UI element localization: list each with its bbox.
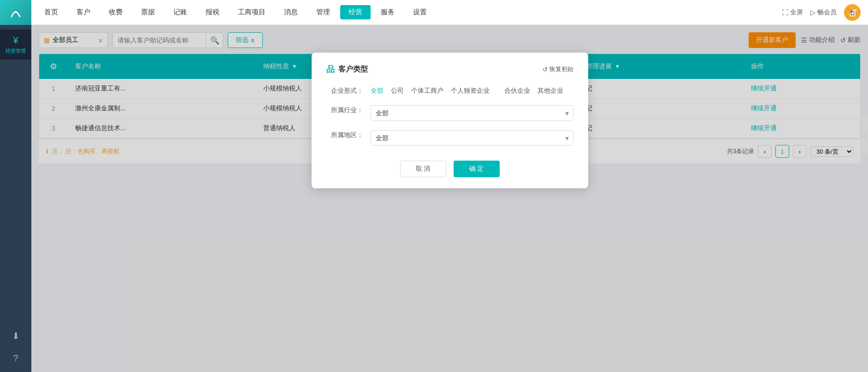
region-form-row: 所属地区： 全部 [326, 130, 573, 146]
nav-items: 首页 客户 收费 票据 记账 报税 工商项目 消息 管理 经营 服务 设置 [31, 5, 782, 19]
industry-select[interactable]: 全部 [371, 105, 573, 121]
vip-icon: ▷ [810, 9, 815, 16]
logo[interactable] [0, 0, 31, 25]
modal-title: 品 客户类型 [326, 64, 368, 75]
enterprise-options: 全部 公司 个体工商户 个人独资企业 合伙企业 其他企业 [371, 86, 573, 96]
nav-manage[interactable]: 管理 [308, 5, 338, 19]
sidebar-bottom: ⬇ ? [6, 327, 25, 367]
modal-footer: 取 消 确 定 [326, 161, 573, 177]
option-individual[interactable]: 个体工商户 [411, 86, 443, 96]
option-sole[interactable]: 个人独资企业 [451, 86, 490, 96]
nav-bill[interactable]: 票据 [133, 5, 163, 19]
option-company[interactable]: 公司 [391, 86, 404, 96]
nav-msg[interactable]: 消息 [276, 5, 306, 19]
industry-select-wrapper: 全部 [371, 105, 573, 121]
confirm-button[interactable]: 确 定 [454, 161, 500, 177]
filter-modal: 品 客户类型 ↺ 恢复初始 企业形式： 全部 公司 个体工商户 个人独资企业 [312, 53, 588, 188]
nav-biz[interactable]: 工商项目 [230, 5, 274, 19]
option-partnership[interactable]: 合伙企业 [504, 86, 530, 96]
nav-customer[interactable]: 客户 [68, 5, 99, 19]
top-nav: 首页 客户 收费 票据 记账 报税 工商项目 消息 管理 经营 服务 设置 ⛶ … [0, 0, 868, 25]
nav-account[interactable]: 记账 [165, 5, 195, 19]
nav-settings[interactable]: 设置 [405, 5, 435, 19]
nav-service[interactable]: 服务 [372, 5, 403, 19]
avatar[interactable]: 🐮 [844, 4, 861, 21]
reset-label: 恢复初始 [549, 65, 573, 73]
modal-reset-btn[interactable]: ↺ 恢复初始 [543, 65, 573, 73]
nav-home[interactable]: 首页 [36, 5, 66, 19]
industry-label: 所属行业： [326, 105, 363, 114]
vip-label: 畅会员 [817, 8, 837, 17]
fullscreen-btn[interactable]: ⛶ 全屏 [782, 8, 803, 17]
cancel-button[interactable]: 取 消 [400, 161, 446, 177]
option-all[interactable]: 全部 [371, 86, 384, 96]
sidebar-item-label: 经营管理 [6, 48, 26, 54]
operation-icon: ¥ [13, 35, 18, 46]
enterprise-form-label: 企业形式： [326, 86, 363, 95]
option-other[interactable]: 其他企业 [537, 86, 563, 96]
vip-btn[interactable]: ▷ 畅会员 [810, 8, 837, 17]
modal-title-icon: 品 [326, 64, 335, 75]
help-btn[interactable]: ? [6, 349, 25, 367]
nav-tax[interactable]: 报税 [197, 5, 228, 19]
fullscreen-icon: ⛶ [782, 9, 788, 16]
nav-right: ⛶ 全屏 ▷ 畅会员 🐮 [782, 4, 868, 21]
region-label: 所属地区： [326, 130, 363, 139]
nav-fee[interactable]: 收费 [100, 5, 131, 19]
modal-title-text: 客户类型 [338, 65, 368, 74]
region-select[interactable]: 全部 [371, 130, 573, 146]
sidebar: ¥ 经营管理 ⬇ ? [0, 25, 31, 372]
industry-form-row: 所属行业： 全部 [326, 105, 573, 121]
nav-operation[interactable]: 经营 [340, 5, 371, 19]
sidebar-item-operation[interactable]: ¥ 经营管理 [0, 30, 31, 60]
download-btn[interactable]: ⬇ [6, 327, 25, 345]
modal-overlay: 品 客户类型 ↺ 恢复初始 企业形式： 全部 公司 个体工商户 个人独资企业 [31, 25, 868, 372]
main-layout: ¥ 经营管理 ⬇ ? ▦ 全部员工 ∨ 🔍 筛选 ∧ 开通新客户 [0, 25, 868, 372]
modal-header: 品 客户类型 ↺ 恢复初始 [326, 64, 573, 75]
reset-icon: ↺ [543, 66, 548, 73]
content-area: ▦ 全部员工 ∨ 🔍 筛选 ∧ 开通新客户 ☰ 功能介绍 ↺ 刷新 [31, 25, 868, 372]
region-select-wrapper: 全部 [371, 130, 573, 146]
enterprise-form-row: 企业形式： 全部 公司 个体工商户 个人独资企业 合伙企业 其他企业 [326, 86, 573, 96]
fullscreen-label: 全屏 [790, 8, 803, 17]
